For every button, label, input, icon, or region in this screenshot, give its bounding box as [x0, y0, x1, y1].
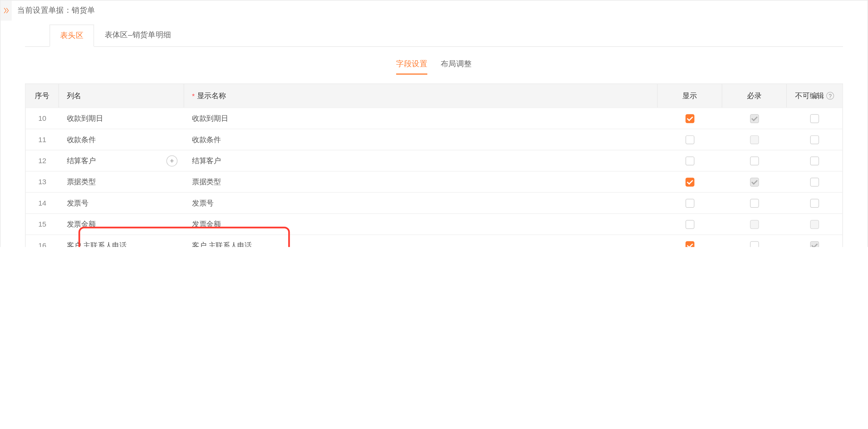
cell-name-text: 发票金额: [67, 219, 96, 229]
field-table: 序号 列名 * 显示名称 显示 必录 不可编辑 ? 10收款到期日收款到期日11…: [25, 84, 843, 247]
cell-seq: 14: [26, 193, 59, 213]
cell-noedit: [787, 235, 842, 247]
cell-show: [657, 150, 722, 171]
cell-show: [657, 235, 722, 247]
cell-name: 票据类型: [59, 171, 184, 192]
cell-required: [722, 150, 787, 171]
checkbox-required: [750, 220, 759, 229]
checkbox-noedit[interactable]: [810, 114, 819, 123]
checkbox-noedit[interactable]: [810, 199, 819, 207]
checkbox-required[interactable]: [750, 199, 759, 207]
th-show: 显示: [657, 84, 722, 107]
checkbox-show[interactable]: [686, 114, 694, 123]
checkbox-show[interactable]: [686, 199, 694, 207]
app-root: 当前设置单据：销货单 表头区表体区–销货单明细 字段设置布局调整 序号 列名 *…: [0, 0, 868, 247]
table-row: 12结算客户+结算客户: [26, 150, 842, 171]
cell-display[interactable]: 票据类型: [184, 171, 657, 192]
table-row: 11收款条件收款条件: [26, 129, 842, 150]
checkbox-show[interactable]: [686, 156, 694, 165]
cell-display[interactable]: 收款到期日: [184, 108, 657, 129]
th-display: * 显示名称: [184, 84, 657, 107]
checkbox-required: [750, 177, 759, 187]
cell-name: 收款到期日: [59, 108, 184, 129]
cell-seq: 10: [26, 108, 59, 129]
checkbox-required: [750, 135, 759, 144]
cell-seq: 12: [26, 150, 59, 171]
cell-noedit: [787, 214, 842, 235]
cell-noedit: [787, 129, 842, 150]
cell-seq: 15: [26, 214, 59, 235]
cell-required: [722, 171, 787, 192]
sub-tabs: 字段设置布局调整: [1, 59, 868, 75]
cell-seq: 13: [26, 171, 59, 192]
checkbox-noedit[interactable]: [810, 177, 819, 187]
tab-outer-1[interactable]: 表体区–销货单明细: [94, 24, 182, 46]
tab-outer-0[interactable]: 表头区: [50, 25, 94, 47]
required-mark: *: [192, 91, 195, 100]
table-row: 16客户.主联系人电话客户.主联系人电话: [26, 235, 842, 247]
th-seq: 序号: [26, 84, 59, 107]
table-row: 14发票号发票号: [26, 192, 842, 213]
cell-required: [722, 193, 787, 213]
th-name: 列名: [59, 84, 184, 107]
cell-noedit: [787, 193, 842, 213]
cell-noedit: [787, 108, 842, 129]
cell-name: 客户.主联系人电话: [59, 235, 184, 247]
cell-show: [657, 108, 722, 129]
cell-name-text: 收款到期日: [67, 113, 103, 123]
checkbox-required[interactable]: [750, 241, 759, 247]
th-noedit: 不可编辑 ?: [787, 84, 842, 107]
cell-show: [657, 214, 722, 235]
cell-show: [657, 129, 722, 150]
cell-required: [722, 235, 787, 247]
cell-seq: 16: [26, 235, 59, 247]
cell-display[interactable]: 收款条件: [184, 129, 657, 150]
cell-name-text: 票据类型: [67, 177, 96, 187]
cell-display[interactable]: 客户.主联系人电话: [184, 235, 657, 247]
cell-noedit: [787, 171, 842, 192]
checkbox-show[interactable]: [686, 241, 694, 247]
sub-tab-1[interactable]: 布局调整: [441, 59, 472, 75]
sub-tab-0[interactable]: 字段设置: [396, 59, 427, 75]
checkbox-required: [750, 114, 759, 123]
table-row: 10收款到期日收款到期日: [26, 107, 842, 128]
checkbox-noedit: [810, 220, 819, 229]
cell-name-text: 客户.主联系人电话: [67, 240, 127, 247]
th-noedit-label: 不可编辑: [795, 91, 824, 101]
cell-required: [722, 214, 787, 235]
checkbox-show[interactable]: [686, 135, 694, 144]
cell-noedit: [787, 150, 842, 171]
checkbox-show[interactable]: [686, 177, 694, 187]
cell-show: [657, 171, 722, 192]
checkbox-required[interactable]: [750, 156, 759, 165]
cell-name-text: 收款条件: [67, 135, 96, 144]
table-row: 15发票金额发票金额: [26, 213, 842, 234]
checkbox-show[interactable]: [686, 220, 694, 229]
cell-display[interactable]: 发票金额: [184, 214, 657, 235]
th-required: 必录: [722, 84, 787, 107]
cell-display[interactable]: 结算客户: [184, 150, 657, 171]
top-bar: 当前设置单据：销货单: [1, 1, 868, 21]
cell-required: [722, 108, 787, 129]
cell-name: 发票金额: [59, 214, 184, 235]
table-row: 13票据类型票据类型: [26, 171, 842, 192]
th-display-label: 显示名称: [197, 91, 226, 101]
outer-tabs-wrap: 表头区表体区–销货单明细: [25, 24, 843, 47]
checkbox-noedit[interactable]: [810, 135, 819, 144]
cell-seq: 11: [26, 129, 59, 150]
chevron-double-right-icon: [2, 7, 10, 15]
checkbox-noedit: [810, 241, 819, 247]
cell-name-text: 结算客户: [67, 155, 96, 165]
expand-plus-button[interactable]: +: [166, 155, 177, 166]
table-header: 序号 列名 * 显示名称 显示 必录 不可编辑 ?: [26, 84, 842, 107]
current-doc-label: 当前设置单据：销货单: [12, 5, 95, 15]
checkbox-noedit[interactable]: [810, 156, 819, 165]
cell-name: 结算客户+: [59, 150, 184, 171]
cell-name-text: 发票号: [67, 198, 89, 208]
cell-name: 收款条件: [59, 129, 184, 150]
help-icon[interactable]: ?: [826, 92, 834, 99]
collapse-sidebar-button[interactable]: [1, 1, 12, 21]
cell-name: 发票号: [59, 193, 184, 213]
table-body: 10收款到期日收款到期日11收款条件收款条件12结算客户+结算客户13票据类型票…: [26, 107, 842, 247]
cell-display[interactable]: 发票号: [184, 193, 657, 213]
